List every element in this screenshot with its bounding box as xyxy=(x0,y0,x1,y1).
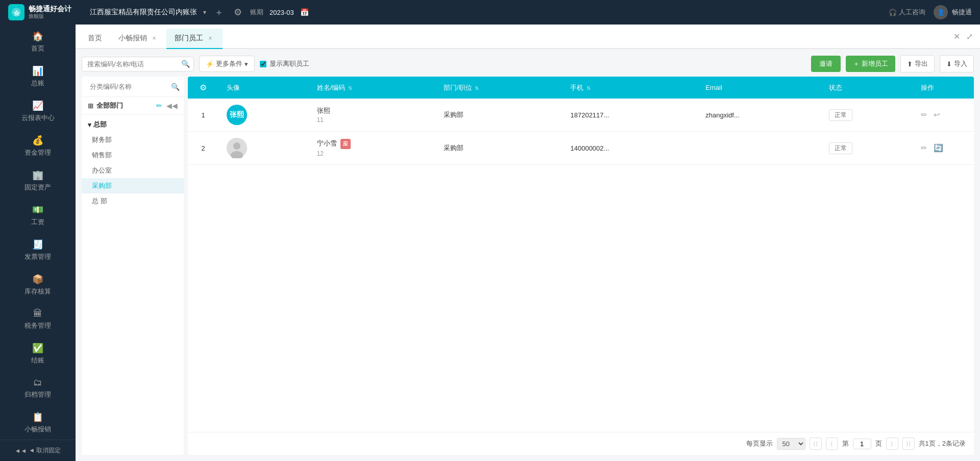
td-dept-2: 采购部 xyxy=(435,132,562,165)
sidebar-item-tax[interactable]: 🏛 税务管理 xyxy=(0,302,76,336)
close-tab-button[interactable]: ✕ xyxy=(952,31,961,42)
dept-office-label: 办公室 xyxy=(92,166,112,175)
logo-area: 会 畅捷通好会计 旗舰版 xyxy=(8,4,84,20)
sidebar-item-funds[interactable]: 💰 资金管理 xyxy=(0,129,76,163)
sidebar-item-invoice[interactable]: 🧾 发票管理 xyxy=(0,233,76,268)
user-name: 畅捷通 xyxy=(952,8,972,17)
toolbar-row: 🔍 ⚡ 更多条件 ▾ 显示离职员工 邀请 ＋ 新增员工 ⬆ xyxy=(82,55,974,72)
td-name-2: 宁小雪 应 12 xyxy=(309,132,435,165)
export-label: 导出 xyxy=(915,59,928,68)
dept-node-purchase[interactable]: 采购部 xyxy=(82,178,184,193)
th-phone[interactable]: 手机 ⇅ xyxy=(562,77,697,99)
next-page-button[interactable]: ⟩ xyxy=(886,438,898,450)
user-area[interactable]: 👤 畅捷通 xyxy=(934,5,972,19)
tab-bar: 首页 小畅报销 × 部门员工 × ✕ ⤢ xyxy=(76,25,980,49)
calendar-icon[interactable]: 📅 xyxy=(300,8,309,16)
dept-node-parent[interactable]: ▾ 总部 xyxy=(82,117,184,132)
filter-chevron-icon: ▾ xyxy=(244,60,248,68)
dept-search-icon[interactable]: 🔍 xyxy=(171,83,180,91)
dept-node-sales[interactable]: 销售部 xyxy=(82,148,184,163)
home-icon: 🏠 xyxy=(32,31,43,42)
export-button[interactable]: ⬆ 导出 xyxy=(900,55,935,72)
sidebar-item-home[interactable]: 🏠 首页 xyxy=(0,25,76,59)
dept-node-office[interactable]: 办公室 xyxy=(82,163,184,178)
last-page-button[interactable]: ⟩⟩ xyxy=(902,438,915,450)
page-label: 页 xyxy=(875,439,882,448)
dept-search-input[interactable] xyxy=(86,81,169,92)
tab-expense-close[interactable]: × xyxy=(150,34,158,42)
sidebar-item-closing[interactable]: ✅ 结账 xyxy=(0,336,76,371)
th-dept[interactable]: 部门/职位 ⇅ xyxy=(435,77,562,99)
sidebar: 🏠 首页 📊 总账 📈 云报表中心 💰 资金管理 🏢 固定资产 💵 工资 xyxy=(0,25,76,461)
show-resigned-label: 显示离职员工 xyxy=(270,59,309,68)
emp-name-2: 宁小雪 应 xyxy=(317,139,427,149)
logo-text-area: 畅捷通好会计 旗舰版 xyxy=(29,5,71,20)
company-name: 江西服宝精品有限责任公司内账张 xyxy=(90,8,197,17)
show-resigned-checkbox[interactable] xyxy=(260,61,266,67)
gear-icon[interactable]: ⚙ xyxy=(200,83,207,92)
page-input[interactable] xyxy=(853,439,871,449)
sidebar-label-invoice: 发票管理 xyxy=(24,252,51,261)
total-label: 共1页，2条记录 xyxy=(919,439,966,448)
tab-expense[interactable]: 小畅报销 × xyxy=(110,29,166,49)
dept-purchase-label: 采购部 xyxy=(92,181,112,190)
td-phone-1: 187202117... xyxy=(562,99,697,132)
per-page-label: 每页显示 xyxy=(746,439,773,448)
sidebar-item-ledger[interactable]: 📊 总账 xyxy=(0,59,76,94)
tab-home[interactable]: 首页 xyxy=(80,29,110,49)
logout-icon-1[interactable]: ↩ xyxy=(934,110,940,119)
settings-button[interactable]: ⚙ xyxy=(232,7,244,18)
dept-node-label: 总部 xyxy=(93,120,107,129)
filter-button[interactable]: ⚡ 更多条件 ▾ xyxy=(199,56,255,72)
search-input[interactable] xyxy=(82,57,194,71)
dept-edit-icon[interactable]: ✏ xyxy=(156,102,162,110)
th-name[interactable]: 姓名/编码 ⇅ xyxy=(309,77,435,99)
page-size-select[interactable]: 50 10 20 100 xyxy=(777,438,805,450)
tab-bar-actions: ✕ ⤢ xyxy=(952,31,974,42)
inventory-icon: 📦 xyxy=(32,274,43,285)
dept-panel: 🔍 ⊞ 全部部门 ✏ ◀◀ ▾ xyxy=(82,77,184,455)
service-label: 人工咨询 xyxy=(899,8,925,17)
sidebar-item-expense[interactable]: 📋 小畅报销 xyxy=(0,405,76,440)
prev-page-button[interactable]: ⟨ xyxy=(826,438,838,450)
dept-node-finance[interactable]: 财务部 xyxy=(82,132,184,148)
tab-dept-close[interactable]: × xyxy=(206,34,214,42)
edit-icon-1[interactable]: ✏ xyxy=(921,110,927,119)
add-company-button[interactable]: ＋ xyxy=(212,6,226,18)
sidebar-scroll: 🏠 首页 📊 总账 📈 云报表中心 💰 资金管理 🏢 固定资产 💵 工资 xyxy=(0,25,76,440)
filter-label: 更多条件 xyxy=(216,59,242,68)
td-email-1: zhangxidf... xyxy=(697,99,821,132)
show-resigned-wrap[interactable]: 显示离职员工 xyxy=(260,59,309,68)
dept-collapse-icon[interactable]: ◀◀ xyxy=(166,102,178,110)
app-subtitle: 旗舰版 xyxy=(29,13,71,20)
dept-sales-label: 销售部 xyxy=(92,151,112,160)
pin-left-icon: ◄◄ xyxy=(15,447,27,454)
company-dropdown-arrow[interactable]: ▾ xyxy=(203,9,206,16)
expand-tab-button[interactable]: ⤢ xyxy=(965,31,974,42)
import-button[interactable]: ⬇ 导入 xyxy=(940,55,974,72)
service-button[interactable]: 🎧 人工咨询 xyxy=(889,8,925,17)
sidebar-item-assets[interactable]: 🏢 固定资产 xyxy=(0,163,76,198)
svg-text:会: 会 xyxy=(13,10,20,16)
filter-icon: ⚡ xyxy=(206,60,214,68)
ledger-icon: 📊 xyxy=(32,65,43,77)
refresh-icon-2[interactable]: 🔄 xyxy=(934,143,943,153)
sidebar-label-expense: 小畅报销 xyxy=(24,425,51,434)
sidebar-item-archive[interactable]: 🗂 归档管理 xyxy=(0,371,76,405)
edit-icon-2[interactable]: ✏ xyxy=(921,143,927,153)
tab-dept-employee[interactable]: 部门员工 × xyxy=(166,29,223,49)
add-employee-button[interactable]: ＋ 新增员工 xyxy=(846,56,895,72)
invite-button[interactable]: 邀请 xyxy=(811,56,841,72)
sidebar-item-inventory[interactable]: 📦 库存核算 xyxy=(0,268,76,302)
first-page-button[interactable]: ⟨⟨ xyxy=(810,438,822,450)
sidebar-label-assets: 固定资产 xyxy=(24,183,51,192)
dept-node-general[interactable]: 总 部 xyxy=(82,193,184,209)
th-status: 状态 xyxy=(821,77,913,99)
sidebar-item-reports[interactable]: 📈 云报表中心 xyxy=(0,94,76,129)
search-icon[interactable]: 🔍 xyxy=(181,60,190,68)
import-label: 导入 xyxy=(954,59,967,68)
sidebar-item-payroll[interactable]: 💵 工资 xyxy=(0,198,76,233)
cancel-pin-button[interactable]: ◄◄ ◄ 取消固定 xyxy=(4,446,71,455)
closing-icon: ✅ xyxy=(32,343,43,354)
funds-icon: 💰 xyxy=(32,135,43,146)
